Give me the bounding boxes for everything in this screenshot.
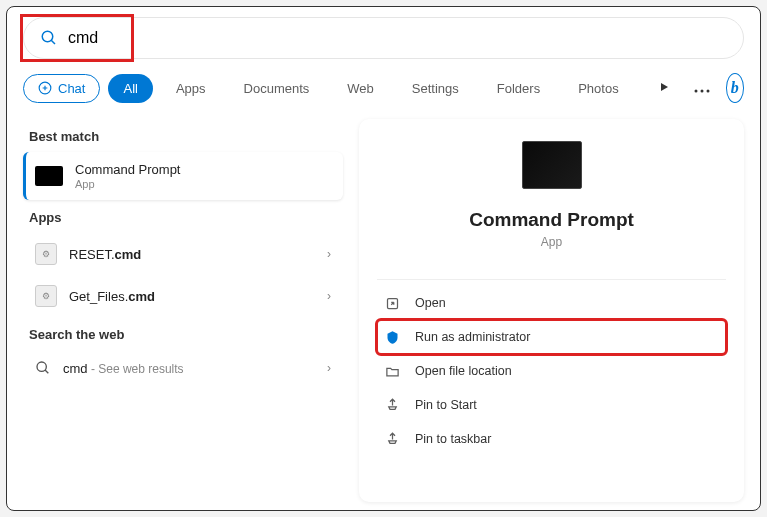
result-prefix: RESET. [69, 247, 115, 262]
script-icon: ⚙ [35, 285, 57, 307]
result-prefix: Get_Files. [69, 289, 128, 304]
result-getfiles-cmd[interactable]: ⚙ Get_Files.cmd › [23, 275, 343, 317]
filter-chat-label: Chat [58, 81, 85, 96]
pin-icon [383, 396, 401, 414]
folder-icon [383, 362, 401, 380]
action-label: Pin to Start [415, 398, 477, 412]
section-apps: Apps [29, 210, 343, 225]
result-reset-cmd[interactable]: ⚙ RESET.cmd › [23, 233, 343, 275]
cmd-large-icon [522, 141, 582, 189]
results-panel: Best match Command Prompt App Apps ⚙ RES… [23, 119, 343, 502]
section-web: Search the web [29, 327, 343, 342]
chevron-right-icon: › [327, 289, 331, 303]
search-bar[interactable] [23, 17, 744, 59]
script-icon: ⚙ [35, 243, 57, 265]
action-pin-taskbar[interactable]: Pin to taskbar [377, 422, 726, 456]
search-input[interactable] [68, 29, 727, 47]
filter-web[interactable]: Web [332, 74, 389, 103]
detail-panel: Command Prompt App Open Run as administr… [359, 119, 744, 502]
cmd-icon [35, 166, 63, 186]
divider [377, 279, 726, 280]
section-best-match: Best match [29, 129, 343, 144]
action-label: Open [415, 296, 446, 310]
filter-all[interactable]: All [108, 74, 152, 103]
search-icon [40, 29, 58, 47]
result-web-cmd[interactable]: cmd - See web results › [23, 350, 343, 386]
search-window: Chat All Apps Documents Web Settings Fol… [6, 6, 761, 511]
chevron-right-icon: › [327, 247, 331, 261]
detail-title: Command Prompt [377, 209, 726, 231]
svg-line-1 [51, 40, 55, 44]
action-open[interactable]: Open [377, 286, 726, 320]
svg-point-0 [42, 31, 53, 42]
filter-documents[interactable]: Documents [229, 74, 325, 103]
bing-icon[interactable]: b [726, 73, 744, 103]
result-title: Command Prompt [75, 162, 331, 177]
filter-bar: Chat All Apps Documents Web Settings Fol… [23, 73, 744, 103]
detail-sub: App [377, 235, 726, 249]
open-icon [383, 294, 401, 312]
filter-photos[interactable]: Photos [563, 74, 633, 103]
action-open-location[interactable]: Open file location [377, 354, 726, 388]
filter-apps[interactable]: Apps [161, 74, 221, 103]
action-run-as-admin[interactable]: Run as administrator [377, 320, 726, 354]
shield-icon [383, 328, 401, 346]
result-command-prompt[interactable]: Command Prompt App [23, 152, 343, 200]
result-ext: cmd [128, 289, 155, 304]
filter-settings[interactable]: Settings [397, 74, 474, 103]
search-icon [35, 360, 51, 376]
action-pin-start[interactable]: Pin to Start [377, 388, 726, 422]
chevron-right-icon: › [327, 361, 331, 375]
action-label: Pin to taskbar [415, 432, 491, 446]
more-icon[interactable] [686, 75, 718, 101]
result-ext: cmd [115, 247, 142, 262]
filter-folders[interactable]: Folders [482, 74, 555, 103]
svg-point-4 [700, 90, 703, 93]
web-query: cmd [63, 361, 88, 376]
svg-point-5 [706, 90, 709, 93]
svg-point-6 [37, 362, 46, 371]
svg-point-3 [694, 90, 697, 93]
pin-icon [383, 430, 401, 448]
play-icon[interactable] [650, 75, 678, 101]
result-sub: App [75, 178, 331, 190]
web-suffix: - See web results [88, 362, 184, 376]
action-label: Open file location [415, 364, 512, 378]
filter-chat[interactable]: Chat [23, 74, 100, 103]
svg-line-7 [45, 370, 48, 373]
action-label: Run as administrator [415, 330, 530, 344]
